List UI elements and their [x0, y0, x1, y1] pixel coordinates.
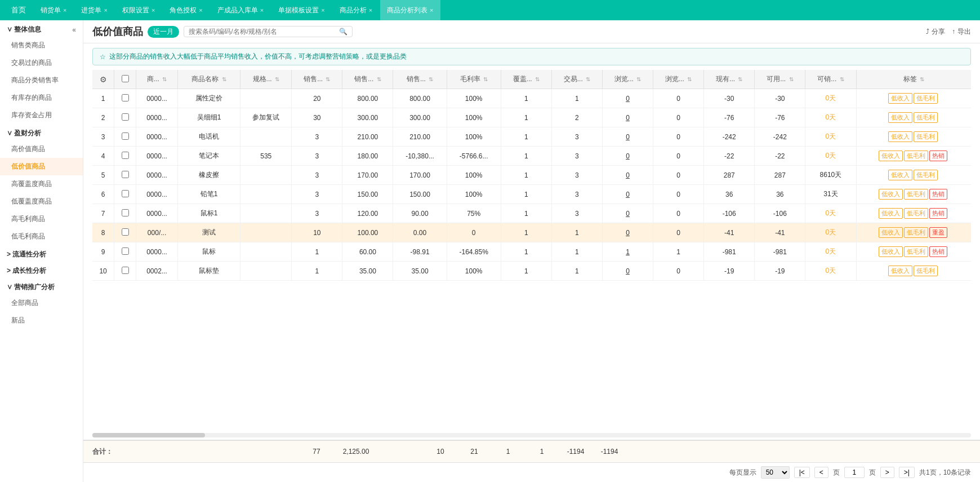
sidebar-group-overall[interactable]: ∨ 整体信息 «	[0, 20, 83, 37]
th-sales2[interactable]: 销售... ⇅	[342, 70, 393, 89]
nav-goods-analysis-list[interactable]: 商品分析列表 ×	[380, 0, 440, 20]
browse-link[interactable]: 1	[626, 248, 630, 256]
close-role-icon[interactable]: ×	[199, 7, 202, 14]
sidebar-item-low-value[interactable]: 低价值商品	[0, 158, 83, 175]
browse-link[interactable]: 0	[626, 267, 630, 275]
search-input[interactable]	[189, 28, 339, 36]
row-checkbox[interactable]	[122, 171, 129, 178]
nav-purchase[interactable]: 进货单 ×	[74, 0, 114, 20]
nav-template[interactable]: 单据模板设置 ×	[271, 0, 331, 20]
next-page-button[interactable]: >	[880, 467, 894, 478]
cell-browse1[interactable]: 0	[602, 108, 653, 127]
row-checkbox[interactable]	[122, 113, 129, 121]
row-checkbox[interactable]	[122, 132, 129, 140]
th-sales3[interactable]: 销售... ⇅	[393, 70, 447, 89]
cell-checkbox[interactable]	[114, 127, 136, 147]
row-checkbox[interactable]	[122, 190, 129, 197]
nav-product-in[interactable]: 产成品入库单 ×	[211, 0, 270, 20]
th-saleable[interactable]: 可销... ⇅	[805, 70, 856, 89]
nav-sales[interactable]: 销货单 ×	[34, 0, 73, 20]
close-product-in-icon[interactable]: ×	[260, 7, 264, 14]
browse-link[interactable]: 0	[626, 171, 630, 179]
th-gross[interactable]: 毛利率 ⇅	[447, 70, 501, 89]
sidebar-item-high-value[interactable]: 高价值商品	[0, 140, 83, 158]
browse-link[interactable]: 0	[626, 133, 630, 141]
sidebar-group-growth[interactable]: > 成长性分析	[0, 262, 83, 278]
th-tags[interactable]: 标签 ⇅	[856, 70, 971, 89]
cell-browse1[interactable]: 1	[602, 242, 653, 262]
cell-checkbox[interactable]	[114, 166, 136, 185]
cell-checkbox[interactable]	[114, 185, 136, 204]
browse-link[interactable]: 0	[626, 191, 630, 198]
sidebar-item-traded-goods[interactable]: 交易过的商品	[0, 54, 83, 72]
close-sales-icon[interactable]: ×	[63, 7, 66, 14]
sidebar-item-sales-goods[interactable]: 销售类商品	[0, 37, 83, 54]
cell-browse1[interactable]: 0	[602, 147, 653, 166]
close-purchase-icon[interactable]: ×	[104, 7, 107, 14]
cell-browse1[interactable]: 0	[602, 204, 653, 223]
filter-recent-month-button[interactable]: 近一月	[148, 26, 179, 38]
row-checkbox[interactable]	[122, 247, 129, 255]
cell-browse1[interactable]: 0	[602, 185, 653, 204]
cell-browse1[interactable]: 0	[602, 127, 653, 147]
sidebar-item-high-coverage[interactable]: 高覆盖度商品	[0, 175, 83, 193]
browse-link[interactable]: 0	[626, 229, 630, 237]
cell-checkbox[interactable]	[114, 147, 136, 166]
sidebar-item-new-goods[interactable]: 新品	[0, 312, 83, 329]
th-avail[interactable]: 可用... ⇅	[755, 70, 805, 89]
sidebar-group-profit[interactable]: ∨ 盈财分析	[0, 124, 83, 140]
th-browse2[interactable]: 浏览... ⇅	[653, 70, 704, 89]
settings-icon[interactable]: ⚙	[100, 75, 107, 84]
close-permission-icon[interactable]: ×	[152, 7, 155, 14]
cell-checkbox[interactable]	[114, 223, 136, 242]
row-checkbox[interactable]	[122, 228, 129, 236]
sidebar-item-high-margin[interactable]: 高毛利商品	[0, 210, 83, 228]
cell-checkbox[interactable]	[114, 204, 136, 223]
nav-home[interactable]: 首页	[5, 0, 33, 20]
sidebar-group-flow[interactable]: > 流通性分析	[0, 245, 83, 262]
cell-browse1[interactable]: 0	[602, 89, 653, 108]
th-trade[interactable]: 交易... ⇅	[551, 70, 602, 89]
close-goods-list-icon[interactable]: ×	[430, 7, 433, 14]
cell-checkbox[interactable]	[114, 242, 136, 262]
th-name[interactable]: 商品名称 ⇅	[178, 70, 240, 89]
close-template-icon[interactable]: ×	[321, 7, 324, 14]
page-number-input[interactable]	[844, 467, 865, 478]
search-icon[interactable]: 🔍	[339, 28, 348, 36]
sidebar-item-category-sales[interactable]: 商品分类销售率	[0, 72, 83, 89]
first-page-button[interactable]: |<	[794, 467, 810, 478]
last-page-button[interactable]: >|	[899, 467, 915, 478]
sidebar-item-all-goods[interactable]: 全部商品	[0, 294, 83, 312]
th-browse1[interactable]: 浏览... ⇅	[602, 70, 653, 89]
row-checkbox[interactable]	[122, 209, 129, 216]
cell-checkbox[interactable]	[114, 108, 136, 127]
th-coverage[interactable]: 覆盖... ⇅	[501, 70, 551, 89]
th-spec[interactable]: 规格... ⇅	[240, 70, 292, 89]
cell-checkbox[interactable]	[114, 89, 136, 108]
nav-permission[interactable]: 权限设置 ×	[115, 0, 162, 20]
horizontal-scrollbar[interactable]	[92, 433, 971, 437]
nav-role[interactable]: 角色授权 ×	[163, 0, 209, 20]
browse-link[interactable]: 0	[626, 114, 630, 122]
sidebar-group-overall-toggle[interactable]: «	[72, 26, 76, 34]
cell-browse1[interactable]: 0	[602, 262, 653, 281]
browse-link[interactable]: 0	[626, 210, 630, 218]
cell-browse1[interactable]: 0	[602, 166, 653, 185]
row-checkbox[interactable]	[122, 152, 129, 159]
nav-goods-analysis[interactable]: 商品分析 ×	[333, 0, 379, 20]
th-stock[interactable]: 现有... ⇅	[704, 70, 755, 89]
browse-link[interactable]: 0	[626, 152, 630, 160]
browse-link[interactable]: 0	[626, 95, 630, 103]
sidebar-item-low-margin[interactable]: 低毛利商品	[0, 228, 83, 245]
th-sales1[interactable]: 销售... ⇅	[292, 70, 342, 89]
th-code[interactable]: 商... ⇅	[136, 70, 177, 89]
close-goods-analysis-icon[interactable]: ×	[369, 7, 372, 14]
export-button[interactable]: ↑ 导出	[952, 27, 971, 37]
cell-browse1[interactable]: 0	[602, 223, 653, 242]
cell-checkbox[interactable]	[114, 262, 136, 281]
per-page-select[interactable]: 50 100 200	[761, 466, 790, 479]
sidebar-group-marketing[interactable]: ∨ 营销推广分析	[0, 278, 83, 294]
prev-page-button[interactable]: <	[814, 467, 828, 478]
th-settings[interactable]: ⚙	[92, 70, 114, 89]
scrollbar-thumb[interactable]	[92, 433, 205, 437]
